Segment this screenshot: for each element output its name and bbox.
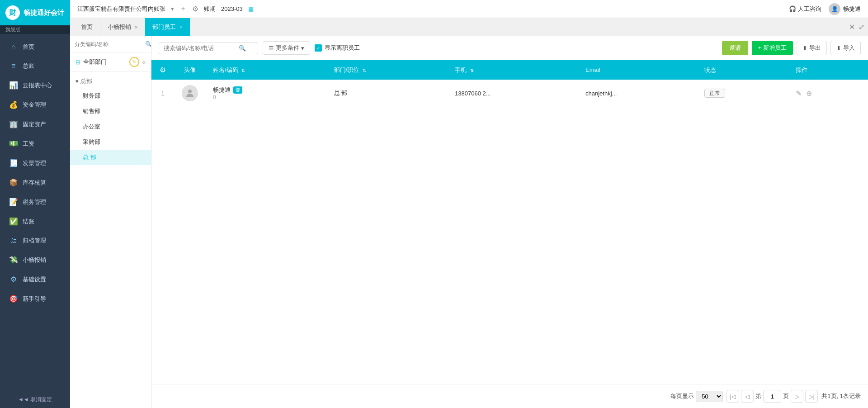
- tab-dept[interactable]: 部门员工 ×: [145, 18, 190, 36]
- col-dept[interactable]: 部门/职位 ⇅: [327, 60, 448, 80]
- page-label: 第: [755, 392, 761, 400]
- dept-edit-button[interactable]: ✎: [129, 57, 139, 67]
- user-menu[interactable]: 👤 畅捷通: [829, 3, 861, 15]
- per-page-dropdown[interactable]: 50 100 200: [696, 391, 723, 402]
- tab-dept-close[interactable]: ×: [179, 24, 182, 30]
- tab-xiaochange-close[interactable]: ×: [135, 24, 137, 30]
- col-name[interactable]: 姓名/编码 ⇅: [206, 60, 327, 80]
- sidebar-item-ledger[interactable]: ≡ 总账: [0, 57, 70, 76]
- svg-point-0: [188, 90, 192, 93]
- right-panel: 🔍 ☰ 更多条件 ▾ ✓ 显示离职员工 邀请 + 新增员工: [151, 36, 868, 408]
- more-filter-button[interactable]: ☰ 更多条件 ▾: [263, 41, 310, 55]
- show-resigned-label: 显示离职员工: [325, 44, 360, 52]
- sidebar-item-xiaochangxiao[interactable]: 💸 小畅报销: [0, 250, 70, 270]
- dept-item-caiwu[interactable]: 财务部: [70, 88, 151, 104]
- logout-action-icon[interactable]: ⊕: [806, 89, 812, 98]
- tabbar-right: ✕ ⤢: [849, 18, 868, 36]
- logo-icon: 财: [5, 5, 20, 20]
- sidebar-item-settings[interactable]: ⚙ 基础设置: [0, 270, 70, 289]
- sidebar-item-salary[interactable]: 💵 工资: [0, 134, 70, 153]
- sidebar-item-guide[interactable]: 🎯 新手引导: [0, 289, 70, 308]
- dept-item-caigou[interactable]: 采购部: [70, 134, 151, 150]
- dept-item-zongbu-selected[interactable]: 总 部: [70, 150, 151, 165]
- add-employee-button[interactable]: + 新增员工: [752, 41, 793, 55]
- employee-search-icon[interactable]: 🔍: [239, 45, 246, 52]
- employee-name: 畅捷通: [213, 86, 231, 94]
- page-nav: |◁ ◁ 第 页 ▷ ▷|: [726, 390, 818, 403]
- tab-close-all-icon[interactable]: ✕: [849, 23, 855, 31]
- sidebar: 财 畅捷通好会计 旗舰版 ⌂ 首页 ≡ 总账 📊 云报表中心 💰 资金管理 🏢 …: [0, 0, 70, 408]
- import-button[interactable]: ⬇ 导入: [830, 41, 861, 55]
- edit-action-icon[interactable]: ✎: [796, 89, 802, 98]
- sidebar-item-label: 结账: [23, 218, 34, 226]
- table-row: 1 畅捷通 部 0: [151, 80, 868, 107]
- check-icon: ✓: [316, 46, 320, 51]
- tab-home-label: 首页: [81, 23, 93, 31]
- dept-search-bar: 🔍: [70, 36, 151, 52]
- guide-icon: 🎯: [9, 294, 18, 303]
- sidebar-item-archive[interactable]: 🗂 归档管理: [0, 231, 70, 250]
- page-input[interactable]: [763, 390, 781, 403]
- sidebar-item-label: 基础设置: [23, 275, 46, 284]
- page-first-button[interactable]: |◁: [726, 390, 739, 403]
- dept-item-zongbu-parent[interactable]: ▾ 总部: [70, 75, 151, 88]
- topbar-settings-icon[interactable]: ⚙: [192, 5, 198, 13]
- sidebar-item-label: 固定资产: [23, 120, 46, 128]
- page-next-button[interactable]: ▷: [791, 390, 803, 403]
- sidebar-item-funds[interactable]: 💰 资金管理: [0, 95, 70, 114]
- consult-button[interactable]: 🎧 人工咨询: [789, 5, 821, 13]
- import-icon: ⬇: [836, 45, 841, 52]
- sidebar-item-assets[interactable]: 🏢 固定资产: [0, 114, 70, 134]
- col-status: 状态: [697, 60, 788, 80]
- tab-xiaochange-label: 小畅报销: [108, 23, 131, 31]
- invite-button[interactable]: 邀请: [722, 41, 748, 55]
- sidebar-item-inventory[interactable]: 📦 库存核算: [0, 173, 70, 192]
- tab-home[interactable]: 首页: [74, 18, 100, 36]
- filter-icon: ☰: [269, 45, 274, 52]
- tab-dept-label: 部门员工: [152, 23, 176, 31]
- dept-search-input[interactable]: [75, 41, 142, 47]
- col-phone[interactable]: 手机 ⇅: [448, 60, 578, 80]
- home-icon: ⌂: [9, 43, 18, 51]
- topbar-right: 🎧 人工咨询 👤 畅捷通: [789, 3, 861, 15]
- dept-collapse-icon[interactable]: «: [142, 58, 146, 66]
- page-last-button[interactable]: ▷|: [805, 390, 818, 403]
- sidebar-item-reports[interactable]: 📊 云报表中心: [0, 76, 70, 95]
- cancel-fixed-button[interactable]: ◄◄ 取消固定: [5, 396, 65, 403]
- status-badge: 正常: [704, 89, 725, 98]
- export-icon: ⬆: [802, 45, 807, 52]
- tab-xiaochange[interactable]: 小畅报销 ×: [100, 18, 145, 36]
- employee-search-input[interactable]: [164, 45, 236, 52]
- sidebar-footer: ◄◄ 取消固定: [0, 391, 70, 408]
- filter-dropdown-icon: ▾: [301, 45, 304, 52]
- dept-item-bangongshi[interactable]: 办公室: [70, 119, 151, 134]
- funds-icon: 💰: [9, 100, 18, 109]
- company-dropdown-icon[interactable]: ▾: [171, 5, 174, 12]
- dept-search-icon[interactable]: 🔍: [145, 41, 151, 47]
- consult-label: 人工咨询: [798, 5, 821, 13]
- table-settings-icon[interactable]: ⚙: [160, 66, 166, 74]
- col-phone-sort-icon: ⇅: [470, 68, 474, 73]
- topbar: 江西服宝精品有限责任公司内账张 ▾ ＋ ⚙ 账期 2023-03 ▦ 🎧 人工咨…: [70, 0, 868, 18]
- export-button[interactable]: ⬆ 导出: [797, 41, 827, 55]
- page-prev-button[interactable]: ◁: [741, 390, 754, 403]
- dept-all-label[interactable]: 全部部门: [83, 58, 127, 66]
- col-dept-sort-icon: ⇅: [363, 68, 366, 73]
- checkout-icon: ✅: [9, 217, 18, 226]
- sidebar-item-invoice[interactable]: 🧾 发票管理: [0, 153, 70, 173]
- sidebar-item-label: 发票管理: [23, 159, 46, 167]
- sidebar-item-tax[interactable]: 📝 税务管理: [0, 192, 70, 212]
- name-cell-inner: 畅捷通 部: [213, 86, 320, 94]
- add-tab-button[interactable]: ＋: [179, 4, 187, 14]
- import-label: 导入: [843, 44, 855, 52]
- xiaochangxiao-icon: 💸: [9, 256, 18, 264]
- dept-item-xiaoshou[interactable]: 销售部: [70, 104, 151, 119]
- employee-code: 0: [213, 94, 320, 100]
- sidebar-item-home[interactable]: ⌂ 首页: [0, 38, 70, 57]
- calendar-icon[interactable]: ▦: [248, 5, 254, 12]
- col-settings[interactable]: ⚙: [151, 60, 174, 80]
- dept-badge: 部: [233, 86, 242, 94]
- sidebar-item-checkout[interactable]: ✅ 结账: [0, 212, 70, 231]
- tab-expand-icon[interactable]: ⤢: [859, 23, 864, 31]
- show-resigned-checkbox[interactable]: ✓ 显示离职员工: [315, 44, 360, 52]
